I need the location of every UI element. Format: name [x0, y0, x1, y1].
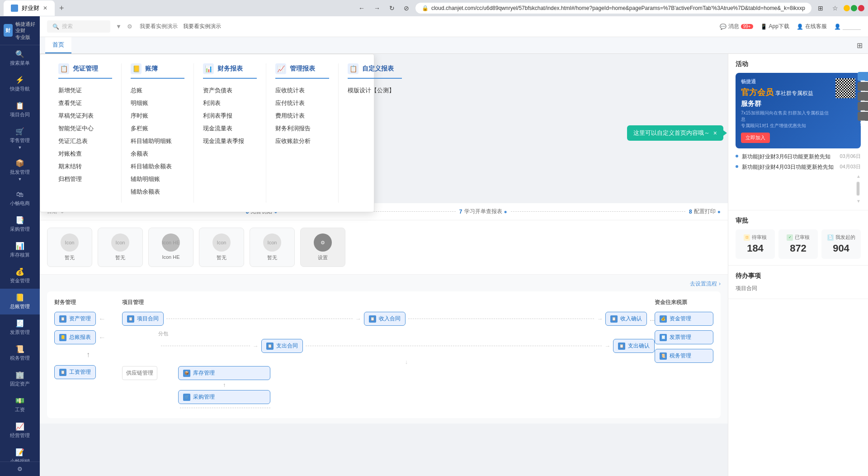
- menu-item-cashflow[interactable]: 现金流量表: [203, 122, 257, 135]
- menu-item-assist-detail[interactable]: 辅助明细账: [131, 173, 184, 186]
- reload-button[interactable]: ↻: [387, 3, 397, 13]
- pending-approval-card[interactable]: ⊡ 待审核 184: [736, 229, 775, 259]
- avatar-icon: 👤: [834, 24, 841, 30]
- shortcut-community[interactable]: 服务社区: [858, 102, 868, 111]
- menu-item-general-ledger[interactable]: 总账: [131, 84, 184, 97]
- menu-item-balance-sheet[interactable]: 资产负债表: [203, 84, 257, 97]
- search-bar[interactable]: 🔍 搜索: [47, 20, 110, 33]
- ledger-title: 账簿: [145, 65, 158, 73]
- menu-item-reconcile[interactable]: 对账检查: [58, 148, 112, 160]
- menu-item-chronological[interactable]: 序时账: [131, 109, 184, 122]
- message-button[interactable]: 💬 消息 99+: [720, 23, 753, 30]
- menu-item-voucher-summary[interactable]: 凭证汇总表: [58, 135, 112, 148]
- menu-item-smart-voucher[interactable]: 智能凭证中心: [58, 122, 112, 135]
- shortcut-desktop[interactable]: 桌面快捷: [858, 112, 868, 121]
- todo-title: 待办事项: [736, 272, 861, 280]
- new-tab-button[interactable]: +: [57, 3, 67, 14]
- home-tab[interactable]: 首页: [45, 37, 71, 53]
- sidebar-item-tax[interactable]: 📜 税务管理: [0, 340, 40, 366]
- todo-sublabel: 项目合同: [736, 285, 861, 292]
- ledger-section-header: 📒 账簿: [131, 63, 184, 79]
- menu-item-payable-stats[interactable]: 应付统计表: [275, 97, 329, 109]
- tab-close-button[interactable]: ✕: [43, 5, 47, 11]
- sidebar-item-assets[interactable]: 🏢 固定资产: [0, 366, 40, 392]
- menu-item-multi-column[interactable]: 多栏账: [131, 122, 184, 135]
- menu-item-period-end[interactable]: 期末结转: [58, 160, 112, 173]
- menu-item-archive[interactable]: 归档管理: [58, 173, 112, 186]
- user-avatar[interactable]: 👤 ______: [834, 24, 861, 30]
- forward-button[interactable]: →: [371, 3, 383, 13]
- online-service-button[interactable]: 👤 在线客服: [797, 23, 827, 30]
- sent-card[interactable]: 📄 我发起的 904: [821, 229, 861, 259]
- menu-item-new-voucher[interactable]: 新增凭证: [58, 84, 112, 97]
- news-text-2[interactable]: 新功能|好业财4月03日功能更新抢先知: [742, 163, 836, 171]
- sidebar-item-invoice[interactable]: 🧾 发票管理: [0, 314, 40, 340]
- menu-item-receivable-stats[interactable]: 应收统计表: [275, 84, 329, 97]
- bookmark-button[interactable]: ☆: [830, 3, 841, 13]
- scroll-down-btn[interactable]: ▼: [856, 199, 861, 204]
- menu-item-balance-table[interactable]: 余额表: [131, 148, 184, 160]
- sidebar-item-finance[interactable]: 💰 资金管理: [0, 263, 40, 289]
- menu-item-cashflow-quarterly[interactable]: 现金流量表季报: [203, 135, 257, 148]
- menu-item-receivable-analysis[interactable]: 应收账款分析: [275, 135, 329, 148]
- menu-item-assist-balance[interactable]: 辅助余额表: [131, 186, 184, 198]
- service-label: 在线客服: [805, 23, 827, 30]
- approved-card[interactable]: ✓ 已审核 872: [778, 229, 818, 259]
- tab-corner-icon[interactable]: ⊞: [857, 41, 863, 50]
- settings-button[interactable]: ⚙: [0, 462, 40, 476]
- sidebar-item-wholesale[interactable]: 📦 批发管理 ▼: [0, 154, 40, 186]
- menu-item-draft-voucher[interactable]: 草稿凭证列表: [58, 109, 112, 122]
- stop-button[interactable]: ⊘: [401, 3, 412, 13]
- voucher-title: 凭证管理: [73, 65, 98, 73]
- menu-item-detail-ledger[interactable]: 明细账: [131, 97, 184, 109]
- news-list: 新功能|好业财3月6日功能更新抢先知 03月06日 新功能|好业财4月03日功能…: [736, 153, 861, 171]
- shortcut-homepage-settings[interactable]: 首页设置: [858, 72, 868, 81]
- sidebar-item-quicknav[interactable]: ⚡ 快捷导航: [0, 71, 40, 97]
- news-text-1[interactable]: 新功能|好业财3月6日功能更新抢先知: [742, 153, 836, 161]
- maximize-button[interactable]: [851, 5, 857, 11]
- demo-link[interactable]: 我要看实例演示: [140, 23, 178, 30]
- extensions-button[interactable]: ⊞: [815, 3, 826, 13]
- demo-link-text[interactable]: 我要看实例演示: [183, 23, 221, 30]
- join-button[interactable]: 立即加入: [741, 133, 770, 143]
- menu-item-income-quarterly[interactable]: 利润表季报: [203, 109, 257, 122]
- close-button[interactable]: [858, 5, 864, 11]
- shortcut-help-center[interactable]: 帮助中心: [858, 82, 868, 91]
- menu-item-template-design[interactable]: 模版设计【公测】: [348, 84, 402, 97]
- sidebar-item-project[interactable]: 📋 项目合同: [0, 97, 40, 123]
- back-button[interactable]: ←: [356, 3, 368, 13]
- menu-section-management: 📈 管理报表 应收统计表 应付统计表 费用统计表 财务利润报告 应收账款分析: [266, 63, 339, 203]
- address-bar[interactable]: 🔒 cloud.chanjet.com/cc/u6d89qwnryel/57bf…: [415, 3, 811, 14]
- menu-item-profit-report[interactable]: 财务利润报告: [275, 122, 329, 135]
- menu-item-view-voucher[interactable]: 查看凭证: [58, 97, 112, 109]
- app-download-button[interactable]: 📱 App下载: [760, 23, 789, 30]
- header-actions: 💬 消息 99+ 📱 App下载 👤 在线客服 👤 ______: [720, 23, 861, 30]
- ledger-icon: 📒: [15, 293, 24, 302]
- sidebar-item-retail[interactable]: 🛒 零售管理 ▼: [0, 123, 40, 154]
- scroll-controls: ▲ ▼: [856, 174, 861, 204]
- sidebar-item-purchase[interactable]: 📑 采购管理: [0, 211, 40, 237]
- dropdown-overlay: 📋 凭证管理 新增凭证 查看凭证 草稿凭证列表 智能凭证中心 凭证汇总表 对账检…: [40, 54, 728, 476]
- sidebar-item-search[interactable]: 🔍 搜索菜单: [0, 45, 40, 71]
- sidebar-item-expense[interactable]: 📝 小畅报销: [0, 443, 40, 462]
- banner-main-text: 官方会员: [741, 87, 774, 98]
- sidebar-item-label: 工资: [15, 406, 25, 413]
- sidebar-item-ecommerce[interactable]: 🛍 小畅电商: [0, 186, 40, 211]
- menu-item-income-statement[interactable]: 利润表: [203, 97, 257, 109]
- sidebar-item-salary[interactable]: 💵 工资: [0, 392, 40, 418]
- menu-item-subject-balance[interactable]: 科目辅助余额表: [131, 160, 184, 173]
- menu-item-expense-stats[interactable]: 费用统计表: [275, 109, 329, 122]
- sidebar-item-ledger[interactable]: 📒 总账管理: [0, 289, 40, 314]
- approved-icon: ✓: [787, 234, 793, 241]
- shortcut-hotline[interactable]: 客服热线: [858, 92, 868, 101]
- minimize-button[interactable]: [844, 5, 850, 11]
- app-logo: 财 畅捷通好业财 专业版: [0, 16, 40, 45]
- menu-item-subject-detail[interactable]: 科目辅助明细账: [131, 135, 184, 148]
- expand-button[interactable]: ▼: [116, 23, 122, 30]
- sidebar-item-inventory[interactable]: 📊 库存核算: [0, 237, 40, 263]
- active-tab[interactable]: 好业财 ✕: [4, 0, 55, 16]
- sidebar-item-management[interactable]: 📈 经营管理: [0, 418, 40, 443]
- scroll-up-btn[interactable]: ▲: [856, 174, 861, 179]
- sidebar-item-label: 零售管理: [10, 137, 30, 144]
- settings-gear-icon[interactable]: ⚙: [127, 23, 132, 30]
